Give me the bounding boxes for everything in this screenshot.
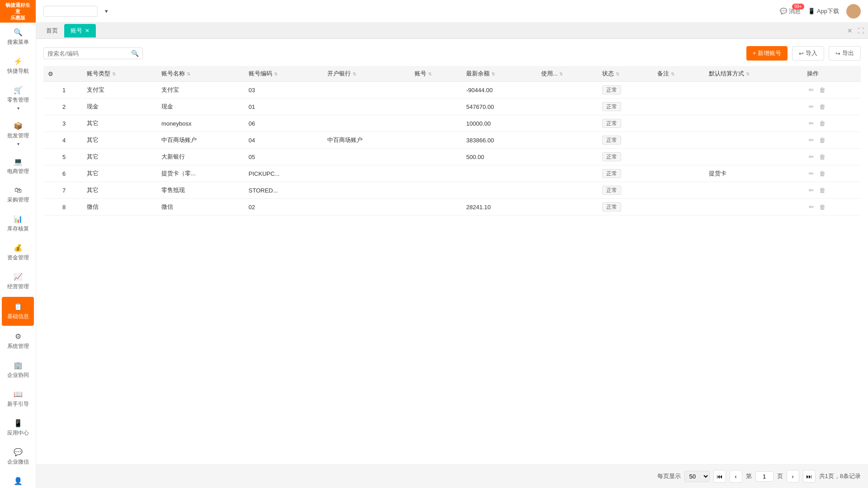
sidebar-item-quick-nav[interactable]: ⚡快捷导航 — [0, 52, 36, 80]
import-button[interactable]: ↩ 导入 — [792, 46, 824, 61]
sidebar-item-search-menu[interactable]: 🔍搜索菜单 — [0, 23, 36, 52]
window-close-icon[interactable]: ✕ — [846, 27, 854, 34]
cell-settings-6 — [43, 182, 58, 199]
edit-btn-7[interactable]: ✏ — [807, 202, 816, 211]
search-icon: 🔍 — [131, 50, 139, 57]
th-bank[interactable]: 开户银行⇅ — [323, 66, 410, 82]
sidebar-item-operations[interactable]: 📈经营管理 — [0, 267, 36, 296]
prev-page-btn[interactable]: ‹ — [730, 470, 742, 483]
sidebar-label-operations: 经营管理 — [7, 283, 29, 291]
table-row: 8 微信 微信 02 28241.10 正常 ✏ 🗑 — [43, 199, 861, 216]
export-button[interactable]: ↪ 导出 — [829, 46, 861, 61]
edit-btn-5[interactable]: ✏ — [807, 169, 816, 178]
add-account-button[interactable]: + 新增账号 — [746, 46, 788, 61]
topbar: ▾ 💬 消息 99+ 📱 App下载 — [36, 0, 868, 23]
th-account[interactable]: 账号⇅ — [410, 66, 462, 82]
sidebar-item-purchase[interactable]: 🛍采购管理 — [0, 181, 36, 209]
delete-btn-2[interactable]: 🗑 — [817, 119, 827, 128]
cell-name-2: moneybosx — [157, 115, 244, 132]
window-controls: ✕ ⛶ — [846, 27, 864, 34]
toolbar: 🔍 + 新增账号 ↩ 导入 ↪ 导出 — [43, 46, 861, 61]
page-label: 第 — [746, 472, 752, 480]
status-badge-0: 正常 — [602, 85, 621, 94]
delete-btn-0[interactable]: 🗑 — [817, 85, 827, 94]
edit-btn-4[interactable]: ✏ — [807, 152, 816, 161]
delete-btn-7[interactable]: 🗑 — [817, 202, 827, 211]
first-page-btn[interactable]: ⏮ — [713, 470, 726, 483]
sidebar-item-guide[interactable]: 📖新手引导 — [0, 385, 36, 413]
cell-action-4: ✏ 🗑 — [802, 149, 861, 165]
top-dropdown[interactable]: ▾ — [105, 8, 108, 14]
th-type[interactable]: 账号类型⇅ — [82, 66, 157, 82]
cell-default-settle-4 — [704, 149, 802, 165]
sidebar-item-ecommerce[interactable]: 💻电商管理 — [0, 152, 36, 181]
th-name[interactable]: 账号名称⇅ — [157, 66, 244, 82]
user-avatar[interactable] — [846, 4, 861, 19]
th-remark[interactable]: 备注⇅ — [653, 66, 704, 82]
app-download-btn[interactable]: 📱 App下载 — [808, 7, 839, 15]
sidebar-label-wechat: 企业微信 — [7, 458, 29, 466]
delete-btn-3[interactable]: 🗑 — [817, 136, 827, 145]
edit-btn-6[interactable]: ✏ — [807, 186, 816, 195]
status-badge-7: 正常 — [602, 202, 621, 211]
sidebar-label-inventory: 库存核算 — [7, 225, 29, 233]
delete-btn-5[interactable]: 🗑 — [817, 169, 827, 178]
sidebar-item-retail[interactable]: 🛒零售管理▾ — [0, 80, 36, 116]
edit-btn-0[interactable]: ✏ — [807, 85, 816, 94]
page-size-select[interactable]: 50 100 200 — [684, 471, 710, 482]
sidebar-item-member[interactable]: 👤畅会员 — [0, 471, 36, 488]
message-btn[interactable]: 💬 消息 99+ — [780, 7, 801, 15]
edit-btn-1[interactable]: ✏ — [807, 102, 816, 111]
cell-code-2: 06 — [244, 115, 323, 132]
sidebar-item-basic-info[interactable]: 📋基础信息 — [2, 297, 34, 326]
th-default-settle[interactable]: 默认结算方式⇅ — [704, 66, 802, 82]
finance-icon: 💰 — [14, 244, 23, 252]
cell-type-0: 支付宝 — [82, 82, 157, 99]
search-menu-icon: 🔍 — [14, 28, 23, 37]
th-usage[interactable]: 使用...⇅ — [537, 66, 598, 82]
cell-index-7: 8 — [58, 199, 82, 216]
cell-account-3 — [410, 132, 462, 149]
window-expand-icon[interactable]: ⛶ — [857, 27, 864, 34]
cell-balance-6 — [462, 182, 536, 199]
search-input[interactable] — [47, 50, 131, 57]
th-settings[interactable]: ⚙ — [43, 66, 58, 82]
cell-settings-3 — [43, 132, 58, 149]
th-status[interactable]: 状态⇅ — [598, 66, 653, 82]
th-balance[interactable]: 最新余额⇅ — [462, 66, 536, 82]
sidebar-item-wholesale[interactable]: 📦批发管理▾ — [0, 116, 36, 152]
sidebar-item-wechat[interactable]: 💬企业微信 — [0, 442, 36, 471]
edit-btn-3[interactable]: ✏ — [807, 136, 816, 145]
wechat-icon: 💬 — [14, 448, 23, 456]
delete-btn-4[interactable]: 🗑 — [817, 152, 827, 161]
cell-name-0: 支付宝 — [157, 82, 244, 99]
delete-btn-1[interactable]: 🗑 — [817, 102, 827, 111]
edit-btn-2[interactable]: ✏ — [807, 119, 816, 128]
status-badge-3: 正常 — [602, 136, 621, 145]
cell-status-5: 正常 — [598, 165, 653, 182]
sidebar-label-app-center: 应用中心 — [7, 429, 29, 437]
tab-close-icon[interactable]: ✕ — [85, 28, 90, 34]
cell-settings-4 — [43, 149, 58, 165]
cell-remark-1 — [653, 99, 704, 115]
sidebar-item-enterprise[interactable]: 🏢企业协同 — [0, 356, 36, 385]
tab-home[interactable]: 首页 — [40, 24, 64, 38]
cell-status-3: 正常 — [598, 132, 653, 149]
cell-remark-0 — [653, 82, 704, 99]
delete-btn-6[interactable]: 🗑 — [817, 186, 827, 195]
tab-account[interactable]: 账号 ✕ — [64, 24, 96, 38]
sidebar-item-app-center[interactable]: 📱应用中心 — [0, 413, 36, 442]
page-input[interactable]: 1 — [755, 471, 774, 482]
cell-account-7 — [410, 199, 462, 216]
table-row: 4 其它 中百商场账户 04 中百商场账户 383866.00 正常 ✏ 🗑 — [43, 132, 861, 149]
th-code[interactable]: 账号编码⇅ — [244, 66, 323, 82]
sidebar-item-system[interactable]: ⚙系统管理 — [0, 327, 36, 356]
sidebar-item-finance[interactable]: 💰资金管理 — [0, 238, 36, 267]
last-page-btn[interactable]: ⏭ — [803, 470, 816, 483]
cell-action-6: ✏ 🗑 — [802, 182, 861, 199]
sidebar-item-inventory[interactable]: 📊库存核算 — [0, 209, 36, 238]
app-icon: 📱 — [808, 8, 815, 14]
sidebar-label-quick-nav: 快捷导航 — [7, 67, 29, 75]
top-search-input[interactable] — [43, 6, 98, 17]
next-page-btn[interactable]: › — [787, 470, 799, 483]
